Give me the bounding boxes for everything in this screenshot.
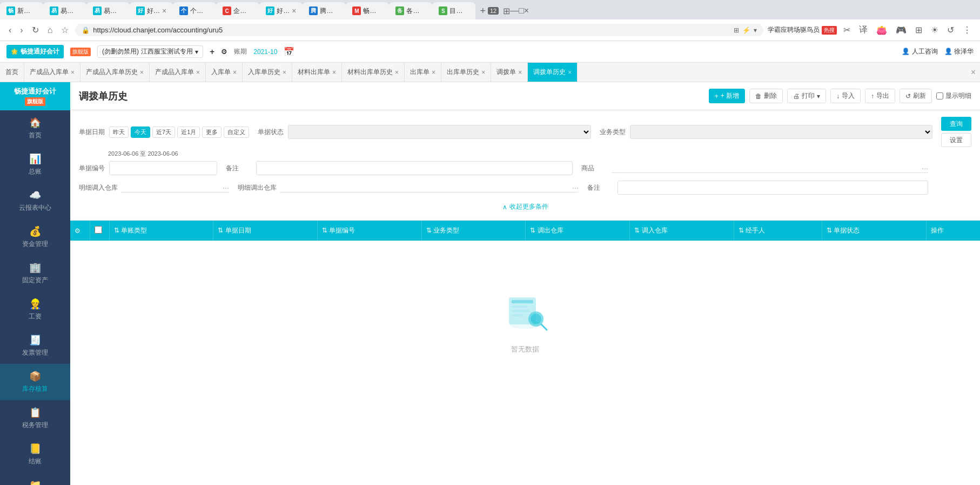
maximize-button[interactable]: □ (519, 6, 524, 16)
theme-button[interactable]: ☀ (929, 23, 941, 37)
date-btn-1month[interactable]: 近1月 (177, 127, 200, 138)
calendar-icon[interactable]: 📅 (284, 46, 294, 57)
sidebar-item-home[interactable]: 🏠 首页 (0, 110, 70, 147)
page-tab-transfer[interactable]: 调拨单 × (491, 63, 528, 82)
sidebar-item-tax[interactable]: 📋 税务管理 (0, 400, 70, 436)
date-btn-custom[interactable]: 自定义 (224, 127, 249, 138)
tab-close-in-hist[interactable]: × (283, 69, 286, 76)
history-undo-button[interactable]: ↺ (945, 23, 956, 37)
th-doc-status[interactable]: ⇅ 单据状态 (822, 221, 927, 241)
menu-button[interactable]: ⋮ (961, 23, 974, 37)
url-box[interactable]: 🔒 https://cloud.chanjet.com/accounting/u… (75, 24, 763, 36)
tab-close-in[interactable]: × (233, 69, 237, 76)
browser-tab-4[interactable]: 好 好… × (130, 2, 173, 19)
page-tab-in[interactable]: 入库单 × (206, 63, 243, 82)
th-biz-type[interactable]: ⇅ 业务类型 (421, 221, 526, 241)
page-tab-out-hist[interactable]: 出库单历史 × (441, 63, 491, 82)
tab-close-prod-in-hist[interactable]: × (140, 69, 144, 76)
browser-tab-2[interactable]: 易 易… (43, 2, 86, 19)
th-settings[interactable]: ⚙ (70, 221, 90, 241)
page-tab-in-hist[interactable]: 入库单历史 × (243, 63, 292, 82)
new-tab-button[interactable]: + (480, 5, 486, 17)
page-tab-transfer-hist[interactable]: 调拨单历史 × (528, 63, 578, 82)
browser-tab-7[interactable]: 好 好… × (259, 2, 303, 19)
sidebar-item-funds[interactable]: 💰 资金管理 (0, 219, 70, 255)
refresh-button[interactable]: ↻ (30, 23, 41, 37)
sidebar-item-reports[interactable]: ☁️ 云报表中心 (0, 183, 70, 219)
tab-close-7[interactable]: × (292, 6, 296, 15)
forward-button[interactable]: › (18, 23, 25, 37)
add-company-button[interactable]: + (210, 47, 214, 57)
tab-close-mat-out[interactable]: × (332, 69, 336, 76)
tab-close-transfer-hist[interactable]: × (568, 69, 572, 76)
home-button[interactable]: ⌂ (45, 23, 55, 37)
browser-tab-5[interactable]: 个 个… (173, 2, 216, 19)
browser-tab-6[interactable]: C 企… (216, 2, 259, 19)
page-tab-prod-in-hist[interactable]: 产成品入库单历史 × (80, 63, 150, 82)
browser-tab-11[interactable]: S 目… (432, 2, 475, 19)
minimize-button[interactable]: — (510, 6, 519, 16)
date-btn-yesterday[interactable]: 昨天 (109, 127, 129, 138)
show-toggle[interactable]: 显示明细 (936, 91, 971, 101)
refresh-button[interactable]: ↺ 刷新 (900, 89, 932, 103)
sidebar-item-inventory[interactable]: 📦 库存核算 (0, 364, 70, 400)
th-out-warehouse[interactable]: ⇅ 调出仓库 (526, 221, 630, 241)
detail-in-more-icon[interactable]: ··· (223, 183, 229, 192)
company-selector[interactable]: (勿删勿禁用) 江西服宝测试专用 ▾ (97, 45, 203, 58)
star-button[interactable]: ☆ (59, 23, 71, 37)
doc-num-input[interactable] (109, 161, 217, 175)
th-doc-num[interactable]: ⇅ 单据编号 (317, 221, 421, 241)
wallet-button[interactable]: 👛 (874, 23, 889, 37)
back-button[interactable]: ‹ (6, 23, 14, 37)
th-in-warehouse[interactable]: ⇅ 调入仓库 (630, 221, 734, 241)
print-button[interactable]: 🖨 打印 ▾ (787, 89, 826, 103)
sidebar-item-ledger[interactable]: 📊 总账 (0, 147, 70, 183)
tab-close-out[interactable]: × (432, 69, 435, 76)
settings-gear-button[interactable]: ⚙ (221, 48, 227, 56)
th-doc-type[interactable]: ⇅ 单账类型 (109, 221, 213, 241)
query-button[interactable]: 查询 (941, 117, 971, 131)
sidebar-item-closing[interactable]: 📒 结账 (0, 436, 70, 473)
page-tab-out[interactable]: 出库单 × (405, 63, 441, 82)
date-btn-more[interactable]: 更多 (202, 127, 221, 138)
collapse-button[interactable]: ∧ 收起更多条件 (79, 200, 971, 214)
tab-close-mat-out-hist[interactable]: × (395, 69, 399, 76)
th-handler[interactable]: ⇅ 经手人 (734, 221, 822, 241)
browser-tab-8[interactable]: 腾 腾… (303, 2, 346, 19)
status-select[interactable] (288, 125, 590, 139)
filter-settings-button[interactable]: 设置 (941, 133, 971, 147)
date-btn-7days[interactable]: 近7天 (152, 127, 175, 138)
sidebar-item-invoice[interactable]: 🧾 发票管理 (0, 328, 70, 364)
browser-tab-3[interactable]: 易 易… (86, 2, 130, 19)
remark2-input[interactable] (617, 181, 928, 195)
page-tab-prod-in[interactable]: 产成品入库单 × (24, 63, 80, 82)
select-all-checkbox[interactable] (95, 226, 102, 234)
sidebar-item-salary[interactable]: 👷 工资 (0, 291, 70, 328)
tab-close-prod-in[interactable]: × (71, 69, 75, 76)
game-button[interactable]: 🎮 (894, 23, 909, 37)
browser-tab-9[interactable]: M 畅… (346, 2, 389, 19)
delete-button[interactable]: 🗑 删除 (749, 89, 783, 103)
page-tab-mat-out-hist[interactable]: 材料出库单历史 × (342, 63, 405, 82)
add-button[interactable]: + + 新增 (709, 89, 745, 103)
close-button[interactable]: × (524, 6, 529, 16)
detail-out-more-icon[interactable]: ··· (572, 183, 579, 192)
th-checkbox[interactable] (90, 221, 109, 241)
browser-tab-1[interactable]: 畅 新… (0, 2, 43, 19)
page-tab-home[interactable]: 首页 (0, 63, 24, 82)
user-menu[interactable]: 👤 徐泽华 (944, 47, 974, 56)
import-button[interactable]: ↓ 导入 (830, 89, 861, 103)
tab-close-out-hist[interactable]: × (481, 69, 485, 76)
grid-button[interactable]: ⊞ (913, 23, 924, 37)
remark-input[interactable] (256, 161, 573, 175)
scissors-button[interactable]: ✂ (841, 23, 853, 37)
tabs-close-all[interactable]: × (971, 68, 976, 77)
tab-close-4[interactable]: × (162, 6, 166, 15)
tab-close-transfer[interactable]: × (518, 69, 522, 76)
tab-more-button[interactable]: ⊞ (503, 6, 510, 16)
th-doc-date[interactable]: ⇅ 单据日期 (213, 221, 318, 241)
export-button[interactable]: ↑ 导出 (865, 89, 895, 103)
page-tab-mat-out[interactable]: 材料出库单 × (292, 63, 342, 82)
goods-more-icon[interactable]: ··· (922, 164, 928, 172)
support-link[interactable]: 👤 人工咨询 (902, 47, 937, 56)
